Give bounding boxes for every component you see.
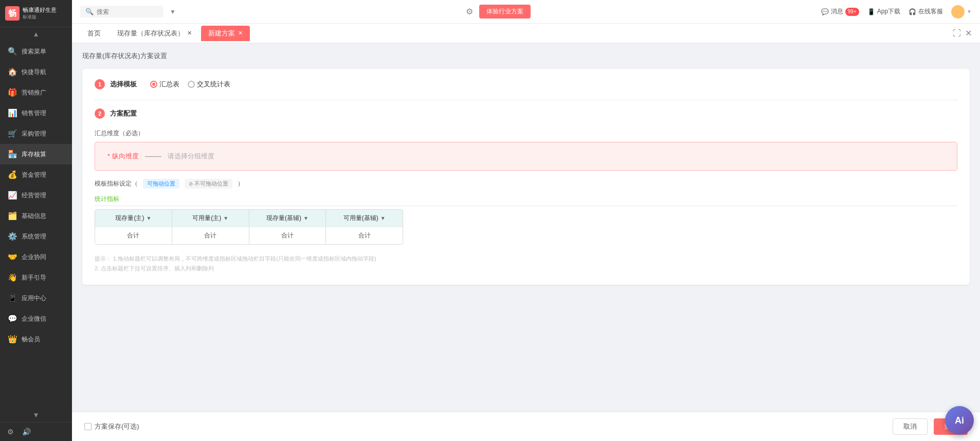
app-download-btn[interactable]: 📱 App下载	[867, 7, 900, 16]
sidebar-item-system[interactable]: ⚙️ 系统管理	[0, 226, 72, 247]
step2-badge: 2	[95, 108, 105, 119]
col4-chevron: ▼	[380, 215, 386, 221]
step-divider	[95, 100, 957, 100]
tab-new-plan[interactable]: 新建方案 ✕	[201, 26, 250, 41]
trial-btn[interactable]: 体验行业方案	[479, 5, 531, 19]
draggable-tag: 可拖动位置	[143, 179, 179, 189]
maximize-icon[interactable]: ⛶	[953, 29, 961, 38]
tabs-bar: 首页 现存量（库存状况表） ✕ 新建方案 ✕ ⛶ ✕	[72, 24, 980, 43]
tab-home-label: 首页	[87, 29, 101, 38]
sidebar-item-cooperation[interactable]: 🤝 企业协同	[0, 247, 72, 267]
stats-table-body: 合计 合计 合计 合计	[95, 227, 403, 244]
indicator-settings-label: 模板指标设定（	[95, 179, 138, 188]
sidebar-item-label: 新手引导	[22, 273, 46, 282]
finance-icon: 💰	[7, 170, 17, 179]
sidebar-item-management[interactable]: 📈 经营管理	[0, 185, 72, 206]
stats-cell-1: 合计	[95, 227, 172, 244]
sidebar-item-label: 采购管理	[22, 130, 46, 138]
system-icon: ⚙️	[7, 232, 17, 241]
settings-icon[interactable]: ⚙	[7, 428, 14, 436]
app-logo-icon: 畅	[5, 6, 20, 21]
message-btn[interactable]: 💬 消息 99+	[821, 7, 859, 16]
sidebar-scroll-up[interactable]: ▲	[30, 28, 41, 40]
page-title: 现存量(库存状况表)方案设置	[82, 51, 970, 61]
col1-label: 现存量(主)	[115, 214, 144, 223]
speaker-icon[interactable]: 🔊	[22, 428, 31, 436]
tab-inventory-label: 现存量（库存状况表）	[117, 29, 184, 38]
required-asterisk: *	[107, 152, 110, 160]
sidebar-item-marketing[interactable]: 🎁 营销推广	[0, 82, 72, 103]
search-input[interactable]	[97, 8, 158, 15]
gift-icon: 🎁	[7, 88, 17, 97]
sidebar-item-label: 基础信息	[22, 212, 46, 220]
sidebar-item-finance[interactable]: 💰 资金管理	[0, 164, 72, 185]
app-icon: 📱	[7, 293, 17, 303]
tab-home[interactable]: 首页	[80, 26, 108, 41]
tab-inventory-close[interactable]: ✕	[187, 30, 192, 36]
save-label: 方案保存(可选)	[95, 422, 139, 431]
sidebar-item-purchase[interactable]: 🛒 采购管理	[0, 123, 72, 144]
search-icon: 🔍	[85, 8, 94, 15]
sidebar-item-wechat[interactable]: 💬 企业微信	[0, 308, 72, 329]
tab-new-plan-close[interactable]: ✕	[238, 30, 243, 36]
avatar-image	[951, 5, 965, 19]
tab-new-plan-label: 新建方案	[208, 29, 235, 38]
radio-cross[interactable]: 交叉统计表	[188, 80, 230, 89]
dimension-box[interactable]: * 纵向维度 —— 请选择分组维度	[95, 142, 957, 171]
app-version: 标准版	[23, 14, 57, 21]
stats-col-1[interactable]: 现存量(主) ▼	[95, 210, 172, 227]
sidebar-item-label: 企业微信	[22, 315, 46, 323]
close-panel-icon[interactable]: ✕	[965, 28, 972, 38]
col4-label: 可用量(基辅)	[343, 214, 378, 223]
tab-inventory-list[interactable]: 现存量（库存状况表） ✕	[110, 26, 199, 41]
service-label: 在线客服	[918, 7, 943, 16]
footer-bar: 方案保存(可选) 取消 查询	[72, 412, 980, 441]
sidebar-item-member[interactable]: 👑 畅会员	[0, 329, 72, 350]
online-service-btn[interactable]: 🎧 在线客服	[909, 7, 943, 16]
cancel-button[interactable]: 取消	[893, 418, 928, 435]
radio-summary[interactable]: 汇总表	[150, 80, 179, 89]
radio-cross-label: 交叉统计表	[197, 80, 230, 89]
stats-section-label: 统计指标	[95, 195, 957, 206]
member-icon: 👑	[7, 335, 17, 344]
guide-icon: 👋	[7, 273, 17, 282]
sidebar-item-sales[interactable]: 📊 销售管理	[0, 103, 72, 123]
message-label: 消息	[831, 7, 843, 16]
app-name: 畅康通好生意	[23, 6, 57, 13]
stats-col-3[interactable]: 现存量(基辅) ▼	[249, 210, 326, 227]
sidebar-item-label: 经营管理	[22, 191, 46, 200]
cooperation-icon: 🤝	[7, 252, 17, 262]
sidebar-item-search[interactable]: 🔍 搜索菜单	[0, 41, 72, 62]
tip-2: 2. 点击标题栏下拉可设置排序、插入列和删除列	[95, 265, 957, 272]
save-checkbox[interactable]	[84, 423, 92, 430]
step1-title: 选择模板	[110, 80, 137, 89]
radio-summary-label: 汇总表	[159, 80, 179, 89]
stats-cell-2: 合计	[172, 227, 249, 244]
stats-table: 现存量(主) ▼ 可用量(主) ▼ 现存量(基辅) ▼	[95, 209, 403, 245]
phone-icon: 📱	[867, 8, 875, 15]
non-draggable-icon: ⊘	[189, 181, 193, 187]
stats-col-4[interactable]: 可用量(基辅) ▼	[326, 210, 403, 227]
save-checkbox-row: 方案保存(可选)	[84, 422, 139, 431]
sidebar-item-inventory[interactable]: 🏪 库存核算	[0, 144, 72, 164]
user-avatar[interactable]: ▼	[951, 5, 972, 19]
sidebar-item-basicinfo[interactable]: 🗂️ 基础信息	[0, 206, 72, 226]
topbar-dropdown[interactable]: ▼	[170, 8, 176, 15]
content-area: 现存量(库存状况表)方案设置 1 选择模板 汇总表 交叉统计表	[72, 43, 980, 412]
stats-col-2[interactable]: 可用量(主) ▼	[172, 210, 249, 227]
sidebar-item-appcenter[interactable]: 📱 应用中心	[0, 288, 72, 308]
home-icon: 🏠	[7, 67, 17, 77]
summary-dim-label: 汇总维度（必选）	[95, 129, 957, 138]
search-bar[interactable]: 🔍	[80, 6, 164, 17]
sidebar: 畅 畅康通好生意 标准版 ▲ 🔍 搜索菜单 🏠 快捷导航 🎁 营销推广 📊 销售…	[0, 0, 72, 441]
sidebar-item-label: 营销推广	[22, 88, 46, 97]
sidebar-item-newguide[interactable]: 👋 新手引导	[0, 267, 72, 288]
gear-icon[interactable]: ⚙	[466, 7, 473, 16]
ai-badge[interactable]: Ai	[945, 406, 974, 435]
sidebar-item-label: 企业协同	[22, 253, 46, 262]
sidebar-scroll-down[interactable]: ▼	[30, 409, 41, 421]
sidebar-item-label: 畅会员	[22, 335, 40, 344]
stats-cell-4: 合计	[326, 227, 403, 244]
radio-summary-dot	[150, 81, 157, 88]
sidebar-item-quicknav[interactable]: 🏠 快捷导航	[0, 62, 72, 82]
